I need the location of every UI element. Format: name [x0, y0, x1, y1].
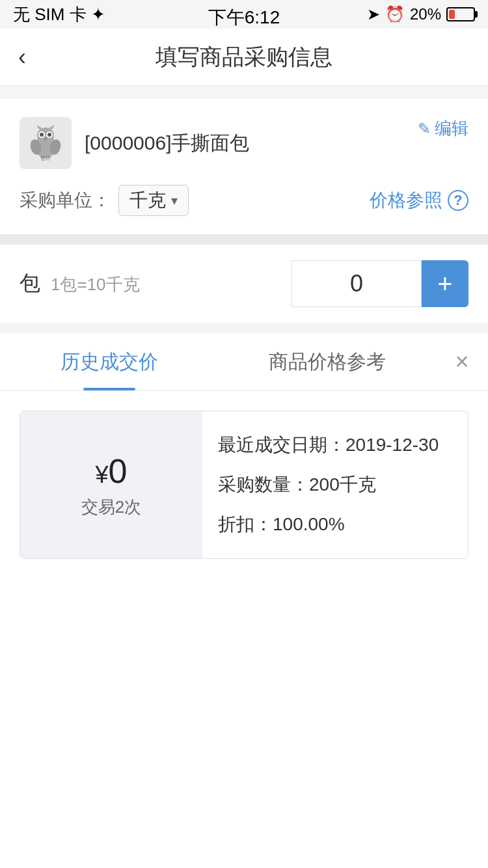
- quantity-input[interactable]: 0: [291, 260, 422, 307]
- product-unit-row: 采购单位： 千克 ▾ 价格参照 ?: [20, 185, 468, 216]
- svg-point-5: [47, 133, 51, 137]
- history-price: ¥0: [96, 452, 128, 491]
- product-name: [0000006]手撕面包: [85, 130, 249, 157]
- unit-value: 千克: [129, 188, 166, 213]
- purchase-qty-label: 采购数量：: [218, 474, 309, 495]
- history-details: 最近成交日期：2019-12-30 采购数量：200千克 折扣：100.00%: [202, 411, 468, 558]
- product-card: 智计 [0000006]手撕面包 ✎ 编辑 采购单位： 千克 ▾ 价格参照 ?: [0, 99, 488, 234]
- battery-icon: [446, 7, 475, 21]
- section-divider: [0, 234, 488, 245]
- tabs-close-button[interactable]: ×: [436, 333, 488, 390]
- nav-bar: ‹ 填写商品采购信息: [0, 29, 488, 86]
- help-icon: ?: [448, 190, 468, 211]
- product-header: 智计 [0000006]手撕面包 ✎ 编辑: [20, 117, 468, 169]
- recent-date-label: 最近成交日期：: [218, 435, 346, 455]
- unit-label: 采购单位：: [20, 188, 111, 213]
- status-time: 下午6:12: [208, 5, 280, 30]
- history-card: ¥0 交易2次 最近成交日期：2019-12-30 采购数量：200千克 折扣：…: [20, 411, 468, 559]
- page-title: 填写商品采购信息: [156, 42, 332, 72]
- status-carrier: 无 SIM 卡 ✦: [13, 3, 105, 26]
- quantity-conversion: 1包=10千克: [51, 273, 140, 296]
- location-icon: ➤: [367, 5, 380, 23]
- quantity-plus-button[interactable]: +: [422, 260, 468, 307]
- product-image: 智计: [26, 124, 65, 163]
- quantity-controls: 0 +: [291, 260, 468, 307]
- svg-text:智计: 智计: [40, 156, 51, 161]
- tab-history-label: 历史成交价: [61, 349, 158, 375]
- discount-row: 折扣：100.00%: [218, 510, 452, 539]
- tab-price-ref-label: 商品价格参考: [269, 349, 386, 375]
- product-logo: 智计: [20, 117, 72, 169]
- product-left: 智计 [0000006]手撕面包: [20, 117, 249, 169]
- chevron-down-icon: ▾: [171, 193, 178, 208]
- quantity-unit-name: 包: [20, 269, 40, 298]
- quantity-info: 包 1包=10千克: [20, 269, 140, 298]
- tab-history-price[interactable]: 历史成交价: [0, 333, 218, 390]
- purchase-qty-row: 采购数量：200千克: [218, 470, 452, 500]
- bottom-space: [0, 578, 488, 868]
- history-trades: 交易2次: [81, 496, 141, 519]
- back-button[interactable]: ‹: [18, 44, 26, 71]
- discount-label: 折扣：: [218, 514, 273, 534]
- alarm-icon: ⏰: [385, 5, 405, 23]
- status-bar: 无 SIM 卡 ✦ 下午6:12 ➤ ⏰ 20%: [0, 0, 488, 29]
- price-value: 0: [109, 452, 128, 490]
- yen-symbol: ¥: [96, 461, 109, 488]
- tabs-header: 历史成交价 商品价格参考 ×: [0, 333, 488, 391]
- tabs-panel: 历史成交价 商品价格参考 × ¥0 交易2次 最近成交日期：2019-12-30…: [0, 333, 488, 578]
- history-content: ¥0 交易2次 最近成交日期：2019-12-30 采购数量：200千克 折扣：…: [0, 391, 488, 578]
- edit-button[interactable]: ✎ 编辑: [418, 117, 468, 140]
- recent-date-value: 2019-12-30: [346, 435, 439, 455]
- status-right: ➤ ⏰ 20%: [367, 5, 475, 23]
- unit-select[interactable]: 千克 ▾: [118, 185, 189, 216]
- edit-label: 编辑: [435, 117, 468, 140]
- quantity-row: 包 1包=10千克 0 +: [0, 245, 488, 323]
- edit-icon: ✎: [418, 120, 431, 138]
- price-ref-label: 价格参照: [370, 188, 442, 213]
- battery-percent: 20%: [410, 5, 441, 23]
- price-ref-button[interactable]: 价格参照 ?: [370, 188, 468, 213]
- purchase-qty-value: 200千克: [309, 474, 376, 495]
- recent-date-row: 最近成交日期：2019-12-30: [218, 431, 452, 460]
- tab-product-price-ref[interactable]: 商品价格参考: [218, 333, 436, 390]
- svg-point-4: [40, 133, 44, 137]
- discount-value: 100.00%: [273, 514, 345, 534]
- history-price-section: ¥0 交易2次: [20, 411, 202, 558]
